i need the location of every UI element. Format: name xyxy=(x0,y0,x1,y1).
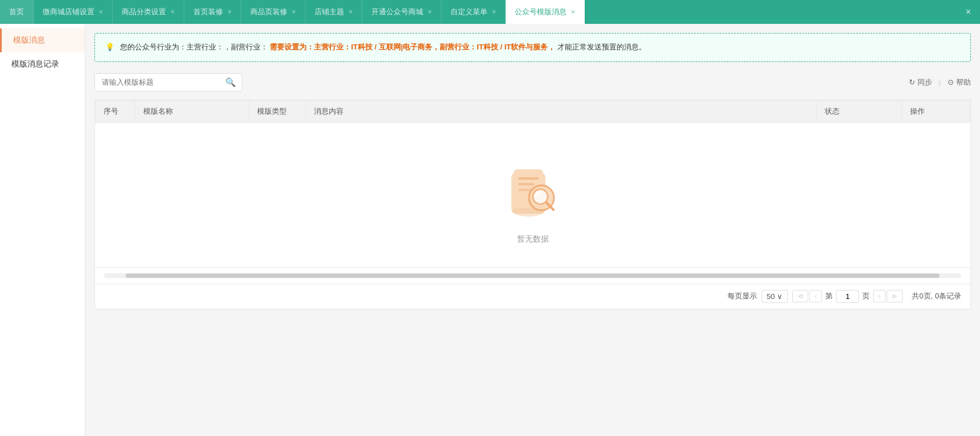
scroll-track[interactable] xyxy=(104,273,961,278)
tab-home-label: 首页 xyxy=(9,7,24,17)
sidebar-item-template-msg[interactable]: 模版消息 xyxy=(0,28,85,52)
page-size-label: 每页显示 xyxy=(727,291,757,301)
table-wrap: 序号 模版名称 模版类型 消息内容 状态 操作 xyxy=(94,99,971,309)
tab-home-decor-label: 首页装修 xyxy=(193,7,223,17)
col-content: 消息内容 xyxy=(306,100,817,122)
tab-custom-menu-label: 自定义菜单 xyxy=(450,7,487,17)
tab-shop-theme[interactable]: 店铺主题 × xyxy=(305,0,362,24)
svg-point-9 xyxy=(536,192,540,196)
prev-page-button[interactable]: ‹ xyxy=(809,290,822,302)
empty-state: 暂无数据 xyxy=(96,123,970,267)
close-icon[interactable]: × xyxy=(292,8,296,16)
tab-category-label: 商品分类设置 xyxy=(122,7,166,17)
help-button[interactable]: ⊙ 帮助 xyxy=(948,77,971,88)
tab-category-settings[interactable]: 商品分类设置 × xyxy=(113,0,184,24)
scroll-indicator xyxy=(95,267,970,284)
tab-home[interactable]: 首页 xyxy=(0,0,34,24)
table-header-row: 序号 模版名称 模版类型 消息内容 状态 操作 xyxy=(96,100,970,122)
tab-custom-menu[interactable]: 自定义菜单 × xyxy=(441,0,506,24)
page-size-value: 50 xyxy=(767,292,775,301)
data-table: 序号 模版名称 模版类型 消息内容 状态 操作 xyxy=(95,100,970,267)
col-type: 模版类型 xyxy=(249,100,306,122)
tab-bar: 首页 微商城店铺设置 × 商品分类设置 × 首页装修 × 商品页装修 × 店铺主… xyxy=(0,0,980,24)
empty-row: 暂无数据 xyxy=(96,122,970,267)
close-icon[interactable]: × xyxy=(492,8,496,16)
page-size-select[interactable]: 50 ∨ xyxy=(762,290,788,303)
content-area: 💡 您的公众号行业为：主营行业：，副营行业： 需要设置为：主营行业：IT科技 /… xyxy=(85,24,980,436)
close-icon[interactable]: × xyxy=(349,8,353,16)
search-button[interactable]: 🔍 xyxy=(220,74,242,91)
sync-label: 同步 xyxy=(917,77,932,88)
tab-template-msg-label: 公众号模版消息 xyxy=(515,7,567,17)
next-page-button[interactable]: › xyxy=(873,290,886,302)
chevron-down-icon: ∨ xyxy=(777,292,783,301)
divider: | xyxy=(939,78,941,86)
sidebar-item-template-records-label: 模版消息记录 xyxy=(11,59,59,68)
close-icon[interactable]: × xyxy=(571,8,575,16)
svg-rect-4 xyxy=(518,183,534,185)
close-all-button[interactable]: × xyxy=(957,7,980,17)
main-layout: 模版消息 模版消息记录 💡 您的公众号行业为：主营行业：，副营行业： 需要设置为… xyxy=(0,24,980,436)
svg-rect-3 xyxy=(518,177,539,180)
help-icon: ⊙ xyxy=(948,78,954,86)
search-actions: ↻ 同步 | ⊙ 帮助 xyxy=(909,77,971,88)
tab-shop-theme-label: 店铺主题 xyxy=(315,7,344,17)
tab-template-msg[interactable]: 公众号模版消息 × xyxy=(506,0,585,24)
search-input-wrap: 🔍 xyxy=(94,73,242,92)
notice-suffix: 才能正常发送预置的消息。 xyxy=(557,43,646,51)
first-page-button[interactable]: ⊲ xyxy=(792,290,808,302)
page-unit: 页 xyxy=(862,291,870,301)
tab-product-decor-label: 商品页装修 xyxy=(250,7,287,17)
pagination-row: 每页显示 50 ∨ ⊲ ‹ 第 页 › ⊳ 共0页, 0条记录 xyxy=(95,284,970,309)
sync-icon: ↻ xyxy=(909,78,915,86)
close-icon[interactable]: × xyxy=(171,8,175,16)
col-action: 操作 xyxy=(902,100,970,122)
tab-open-mall[interactable]: 开通公众号商城 × xyxy=(362,0,441,24)
notice-prefix: 您的公众号行业为：主营行业：，副营行业： xyxy=(120,43,268,51)
close-icon[interactable]: × xyxy=(228,8,231,16)
svg-point-7 xyxy=(533,189,548,204)
scroll-thumb xyxy=(126,273,940,278)
close-icon[interactable]: × xyxy=(99,8,103,16)
notice-box: 💡 您的公众号行业为：主营行业：，副营行业： 需要设置为：主营行业：IT科技 /… xyxy=(94,33,971,62)
col-name: 模版名称 xyxy=(135,100,249,122)
sync-button[interactable]: ↻ 同步 xyxy=(909,77,932,88)
close-icon[interactable]: × xyxy=(428,8,432,16)
sidebar-item-template-records[interactable]: 模版消息记录 xyxy=(0,52,85,76)
page-label: 第 xyxy=(825,291,833,301)
page-input[interactable] xyxy=(836,290,859,303)
pagination-nav: ⊲ ‹ 第 页 › ⊳ xyxy=(792,290,903,303)
tab-product-decor[interactable]: 商品页装修 × xyxy=(241,0,305,24)
empty-text: 暂无数据 xyxy=(96,234,970,244)
tab-home-decor[interactable]: 首页装修 × xyxy=(184,0,241,24)
last-page-button[interactable]: ⊳ xyxy=(887,290,903,302)
empty-icon xyxy=(499,157,567,225)
help-label: 帮助 xyxy=(956,77,971,88)
total-info: 共0页, 0条记录 xyxy=(912,291,961,301)
sidebar: 模版消息 模版消息记录 xyxy=(0,24,85,436)
notice-highlight: 需要设置为：主营行业：IT科技 / 互联网|电子商务，副营行业：IT科技 / I… xyxy=(270,43,555,51)
sidebar-item-template-msg-label: 模版消息 xyxy=(13,35,45,44)
tab-open-mall-label: 开通公众号商城 xyxy=(371,7,423,17)
search-input[interactable] xyxy=(95,74,220,90)
col-index: 序号 xyxy=(96,100,135,122)
tab-shop-settings[interactable]: 微商城店铺设置 × xyxy=(34,0,113,24)
tab-shop-settings-label: 微商城店铺设置 xyxy=(43,7,94,17)
col-status: 状态 xyxy=(817,100,902,122)
bulb-icon: 💡 xyxy=(105,43,114,51)
search-row: 🔍 ↻ 同步 | ⊙ 帮助 xyxy=(94,73,971,92)
